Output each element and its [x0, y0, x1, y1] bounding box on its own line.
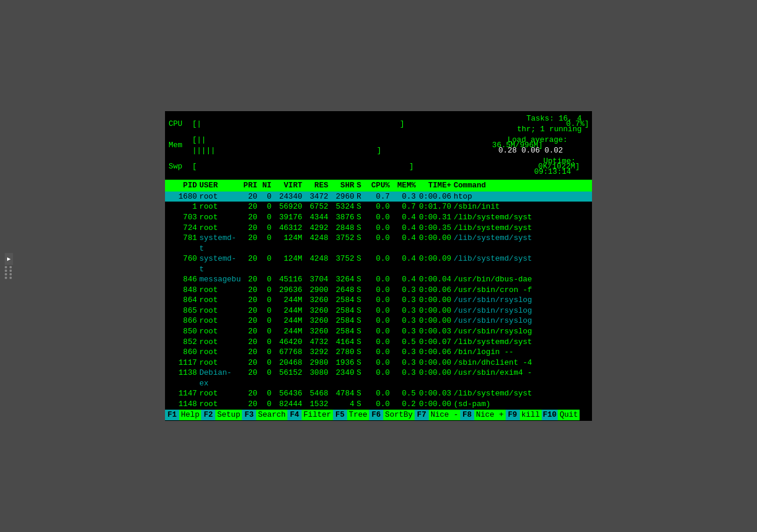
sidebar-arrow[interactable]: ▶ — [5, 253, 13, 265]
proc-time: 0:00.00 — [416, 399, 451, 410]
table-row[interactable]: 850 root 20 0 244M 3260 2584 S 0.0 0.3 0… — [165, 326, 592, 337]
proc-cmd: (sd-pam) — [451, 399, 588, 410]
table-row[interactable]: 1148 root 20 0 82444 1532 4 S 0.0 0.2 0:… — [165, 399, 592, 410]
table-row[interactable]: 724 root 20 0 46312 4292 2848 S 0.0 0.4 … — [165, 223, 592, 233]
proc-res: 4248 — [302, 254, 328, 274]
footer-item[interactable]: F5Tree — [333, 410, 369, 420]
proc-pid: 1117 — [169, 358, 197, 368]
footer-label: Nice + — [474, 410, 506, 420]
footer-item[interactable]: F8Nice + — [460, 410, 506, 420]
table-row[interactable]: 864 root 20 0 244M 3260 2584 S 0.0 0.3 0… — [165, 295, 592, 306]
table-row[interactable]: 848 root 20 0 29636 2900 2648 S 0.0 0.3 … — [165, 285, 592, 296]
proc-s: S — [354, 316, 364, 326]
proc-res: 6752 — [302, 202, 328, 212]
proc-cpu: 0.0 — [364, 306, 390, 316]
proc-pri: 20 — [238, 274, 257, 285]
mem-label: Mem — [169, 140, 192, 151]
table-row[interactable]: 760 systemd-t 20 0 124M 4248 3752 S 0.0 … — [165, 254, 592, 274]
proc-cmd: /usr/sbin/rsyslog — [451, 316, 588, 326]
mem-row: Mem [|| ||||| ] 36.5M/996M] Load average… — [169, 135, 588, 155]
proc-pid: 850 — [169, 326, 197, 337]
proc-pid: 865 — [169, 306, 197, 316]
proc-pri: 20 — [238, 295, 257, 306]
proc-cmd: /sbin/init — [451, 202, 588, 212]
proc-pri: 20 — [238, 254, 257, 274]
table-row[interactable]: 865 root 20 0 244M 3260 2584 S 0.0 0.3 0… — [165, 306, 592, 316]
footer-item[interactable]: F6SortBy — [369, 410, 415, 420]
proc-ni: 0 — [257, 212, 271, 223]
sidebar-panel: ▶ — [5, 253, 13, 279]
proc-mem: 0.3 — [390, 285, 416, 296]
footer-label: Tree — [347, 410, 369, 420]
footer-item[interactable]: F10Quit — [542, 410, 580, 420]
proc-pri: 20 — [238, 202, 257, 212]
proc-time: 0:00.31 — [416, 212, 451, 223]
proc-virt: 244M — [271, 316, 302, 326]
table-row[interactable]: 1138 Debian-ex 20 0 56152 3080 2340 S 0.… — [165, 368, 592, 388]
proc-res: 3080 — [302, 368, 328, 388]
proc-ni: 0 — [257, 368, 271, 388]
table-row[interactable]: 781 systemd-t 20 0 124M 4248 3752 S 0.0 … — [165, 233, 592, 254]
col-header-cpu: CPU% — [364, 180, 390, 191]
table-row[interactable]: 1117 root 20 0 20468 2980 1936 S 0.0 0.3… — [165, 358, 592, 368]
proc-res: 5468 — [302, 388, 328, 399]
footer-item[interactable]: F1Help — [165, 410, 201, 420]
footer-label: Setup — [215, 410, 242, 420]
proc-time: 0:00.00 — [416, 368, 451, 388]
proc-mem: 0.3 — [390, 347, 416, 358]
proc-cpu: 0.0 — [364, 316, 390, 326]
proc-mem: 0.5 — [390, 337, 416, 348]
table-row[interactable]: 703 root 20 0 39176 4344 3876 S 0.0 0.4 … — [165, 212, 592, 223]
proc-ni: 0 — [257, 285, 271, 296]
table-row[interactable]: 866 root 20 0 244M 3260 2584 S 0.0 0.3 0… — [165, 316, 592, 326]
proc-res: 3260 — [302, 295, 328, 306]
proc-pri: 20 — [238, 316, 257, 326]
proc-s: R — [354, 192, 364, 202]
proc-res: 2980 — [302, 358, 328, 368]
footer-item[interactable]: F3Search — [242, 410, 287, 420]
cpu-bar: [| ] — [192, 119, 405, 129]
proc-pid: 781 — [169, 233, 197, 254]
proc-mem: 0.7 — [390, 202, 416, 212]
proc-res: 4248 — [302, 233, 328, 254]
footer-item[interactable]: F9kill — [506, 410, 542, 420]
proc-user: root — [197, 326, 238, 337]
table-row[interactable]: 1 root 20 0 56920 6752 5324 S 0.0 0.7 0:… — [165, 202, 592, 212]
proc-virt: 244M — [271, 326, 302, 337]
proc-shr: 2584 — [328, 306, 354, 316]
table-row[interactable]: 1147 root 20 0 56436 5468 4784 S 0.0 0.5… — [165, 388, 592, 399]
proc-cmd: /lib/systemd/syst — [451, 212, 588, 223]
proc-shr: 4164 — [328, 337, 354, 348]
swp-row: Swp [ ] 0K/1022M] Uptime: 09:13:14 — [169, 156, 588, 177]
table-row[interactable]: 1680 root 20 0 24340 3472 2960 R 0.7 0.3… — [165, 192, 592, 202]
proc-cpu: 0.0 — [364, 212, 390, 223]
proc-pid: 846 — [169, 274, 197, 285]
terminal-window: CPU [| ] 0.7%] Tasks: 16, 4 thr; 1 runni… — [165, 111, 592, 421]
proc-pri: 20 — [238, 306, 257, 316]
footer-item[interactable]: F2Setup — [201, 410, 242, 420]
table-row[interactable]: 846 messagebu 20 0 45116 3704 3264 S 0.0… — [165, 274, 592, 285]
proc-user: Debian-ex — [197, 368, 238, 388]
proc-ni: 0 — [257, 337, 271, 348]
proc-time: 0:00.06 — [416, 285, 451, 296]
proc-virt: 56920 — [271, 202, 302, 212]
proc-s: S — [354, 295, 364, 306]
proc-cpu: 0.0 — [364, 388, 390, 399]
footer-item[interactable]: F4Filter — [287, 410, 333, 420]
proc-ni: 0 — [257, 274, 271, 285]
footer-item[interactable]: F7Nice - — [415, 410, 460, 420]
footer-key: F4 — [287, 410, 302, 420]
proc-shr: 2848 — [328, 223, 354, 233]
proc-shr: 2584 — [328, 295, 354, 306]
proc-time: 0:00.09 — [416, 254, 451, 274]
table-row[interactable]: 860 root 20 0 67768 3292 2780 S 0.0 0.3 … — [165, 347, 592, 358]
proc-user: root — [197, 347, 238, 358]
footer-bar: F1Help F2Setup F3Search F4Filter F5Tree … — [165, 409, 592, 421]
proc-shr: 2584 — [328, 326, 354, 337]
proc-cmd: /sbin/dhclient -4 — [451, 358, 588, 368]
proc-virt: 67768 — [271, 347, 302, 358]
proc-cmd: /usr/sbin/rsyslog — [451, 306, 588, 316]
table-row[interactable]: 852 root 20 0 46420 4732 4164 S 0.0 0.5 … — [165, 337, 592, 348]
proc-ni: 0 — [257, 358, 271, 368]
proc-virt: 56152 — [271, 368, 302, 388]
